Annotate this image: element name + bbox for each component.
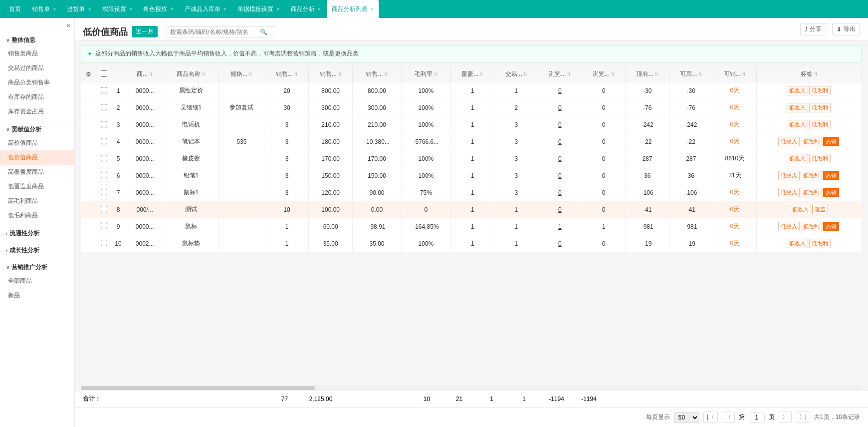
- nav-analysis-list-close[interactable]: ×: [371, 6, 374, 12]
- col-tags[interactable]: 标签⇅: [757, 66, 862, 82]
- row-col7[interactable]: 0: [538, 116, 582, 133]
- row-col7[interactable]: 0: [538, 184, 582, 201]
- col-sales1[interactable]: 销售...⇅: [265, 66, 309, 82]
- row-check[interactable]: [101, 172, 107, 178]
- col-coverage[interactable]: 覆盖...⇅: [450, 66, 494, 82]
- sidebar-item-high-margin[interactable]: 高毛利商品: [0, 194, 74, 208]
- nav-templates[interactable]: 单据模板设置 ×: [232, 0, 284, 18]
- row-checkbox[interactable]: [97, 116, 111, 133]
- nav-products-close[interactable]: ×: [223, 6, 226, 12]
- sidebar-group-marketing[interactable]: ∨ 营销推广分析: [0, 259, 74, 274]
- row-checkbox[interactable]: [97, 218, 111, 235]
- row-check[interactable]: [101, 189, 107, 195]
- sidebar-collapse-btn[interactable]: «: [66, 21, 70, 29]
- nav-analysis[interactable]: 商品分析 ×: [286, 0, 326, 18]
- nav-sales[interactable]: 销售单 ×: [27, 0, 61, 18]
- col-view2[interactable]: 浏览...⇅: [582, 66, 626, 82]
- last-page-btn[interactable]: 〉|: [796, 412, 810, 423]
- nav-products[interactable]: 产成品入库单 ×: [180, 0, 231, 18]
- row-checkbox[interactable]: [97, 235, 111, 252]
- row-checkbox[interactable]: [97, 82, 111, 99]
- col-checkbox[interactable]: [97, 66, 111, 82]
- col-stock-current[interactable]: 现有...⇅: [626, 66, 669, 82]
- sidebar-group-overview[interactable]: ∨ 整体信息: [0, 32, 74, 46]
- sidebar-group-circulation[interactable]: › 流通性分析: [0, 225, 74, 240]
- row-col7[interactable]: 0: [538, 167, 582, 184]
- row-checkbox[interactable]: [97, 150, 111, 167]
- nav-templates-close[interactable]: ×: [276, 6, 279, 12]
- sidebar-item-low-coverage[interactable]: 低覆盖度商品: [0, 179, 74, 194]
- row-col7[interactable]: 0: [538, 133, 582, 150]
- export-btn[interactable]: ⬇ 导出: [832, 23, 860, 35]
- row-checkbox[interactable]: [97, 167, 111, 184]
- scrollbar-thumb[interactable]: [81, 386, 315, 390]
- col-sales3[interactable]: 销售...⇅: [353, 66, 402, 82]
- col-sales2[interactable]: 销售...⇅: [309, 66, 353, 82]
- sidebar-item-stock-funds[interactable]: 库存资金占用: [0, 104, 74, 119]
- sidebar-item-sales-goods[interactable]: 销售类商品: [0, 46, 74, 61]
- col-view1[interactable]: 浏览...⇅: [538, 66, 582, 82]
- nav-permissions-close[interactable]: ×: [129, 6, 132, 12]
- row-col7[interactable]: 0: [538, 201, 582, 218]
- row-check[interactable]: [101, 223, 107, 229]
- nav-sales-close[interactable]: ×: [53, 6, 56, 12]
- table-row: 1 0000... 属性定价 20 800.00 800.00 100% 1 1…: [81, 82, 862, 99]
- row-col7[interactable]: 1: [538, 218, 582, 235]
- row-num: 4: [111, 133, 126, 150]
- row-col7[interactable]: 0: [538, 235, 582, 252]
- col-settings[interactable]: ⚙: [81, 66, 97, 82]
- nav-roles-close[interactable]: ×: [170, 6, 173, 12]
- col-name[interactable]: 商品名称⇅: [164, 66, 218, 82]
- sidebar-item-high-value[interactable]: 高价值商品: [0, 136, 74, 150]
- row-col4: 100%: [401, 116, 450, 133]
- share-btn[interactable]: ⤴ 分享: [800, 23, 826, 35]
- col-spec[interactable]: 规格...⇅: [218, 66, 265, 82]
- row-checkbox[interactable]: [97, 99, 111, 116]
- sidebar-item-low-value[interactable]: 低价值商品: [0, 150, 74, 165]
- row-col7[interactable]: 0: [538, 99, 582, 116]
- sidebar-item-low-margin[interactable]: 低毛利商品: [0, 208, 74, 223]
- filter-recent-month-btn[interactable]: 近一月: [132, 26, 158, 37]
- nav-home[interactable]: 首页: [4, 0, 26, 18]
- row-check[interactable]: [101, 138, 107, 144]
- search-input[interactable]: [170, 28, 260, 35]
- col-stock-sellable[interactable]: 可销...⇅: [713, 66, 757, 82]
- col-code[interactable]: 商...⇅: [126, 66, 164, 82]
- first-page-btn[interactable]: |〈: [703, 412, 718, 423]
- row-check[interactable]: [101, 155, 107, 161]
- horizontal-scrollbar[interactable]: [81, 386, 862, 390]
- nav-analysis-close[interactable]: ×: [318, 6, 321, 12]
- col-margin[interactable]: 毛利率⇅: [401, 66, 450, 82]
- page-input[interactable]: [749, 413, 765, 423]
- sidebar-item-new-goods[interactable]: 新品: [0, 288, 74, 303]
- nav-purchase-close[interactable]: ×: [88, 6, 91, 12]
- sidebar-item-high-coverage[interactable]: 高覆盖度商品: [0, 165, 74, 179]
- nav-permissions[interactable]: 权限设置 ×: [97, 0, 137, 18]
- next-page-btn[interactable]: 〉: [779, 412, 792, 423]
- row-checkbox[interactable]: [97, 133, 111, 150]
- col-stock-available[interactable]: 可用...⇅: [669, 66, 713, 82]
- sidebar-item-traded-goods[interactable]: 交易过的商品: [0, 61, 74, 75]
- sidebar-item-category-rate[interactable]: 商品分类销售率: [0, 75, 74, 90]
- row-checkbox[interactable]: [97, 201, 111, 218]
- row-check[interactable]: [101, 87, 107, 93]
- row-check[interactable]: [101, 121, 107, 127]
- search-icon[interactable]: 🔍: [260, 28, 267, 35]
- sidebar-group-contribution[interactable]: ∨ 贡献值分析: [0, 121, 74, 136]
- nav-roles[interactable]: 角色授权 ×: [138, 0, 178, 18]
- row-check[interactable]: [101, 240, 107, 246]
- row-check[interactable]: [101, 104, 107, 110]
- row-checkbox[interactable]: [97, 184, 111, 201]
- page-size-select[interactable]: 50 100 200: [674, 412, 699, 423]
- row-col7[interactable]: 0: [538, 82, 582, 99]
- sidebar-item-all-goods[interactable]: 全部商品: [0, 274, 74, 288]
- nav-analysis-list[interactable]: 商品分析列表 ×: [327, 0, 379, 18]
- row-col7[interactable]: 0: [538, 150, 582, 167]
- row-check[interactable]: [101, 206, 107, 212]
- select-all-checkbox[interactable]: [101, 70, 107, 77]
- sidebar-item-stock-goods[interactable]: 有库存的商品: [0, 90, 74, 104]
- col-trade[interactable]: 交易...⇅: [494, 66, 538, 82]
- sidebar-group-growth[interactable]: › 成长性分析: [0, 242, 74, 257]
- prev-page-btn[interactable]: 〈: [722, 412, 735, 423]
- nav-purchase[interactable]: 进货单 ×: [62, 0, 96, 18]
